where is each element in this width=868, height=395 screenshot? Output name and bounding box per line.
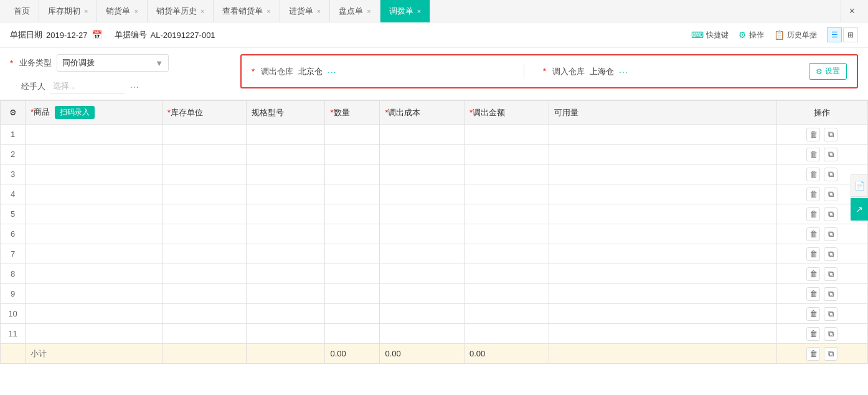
business-type-select[interactable]: 同价调拨 ▼ — [57, 54, 169, 72]
product-cell[interactable] — [26, 324, 163, 344]
copy-button[interactable]: ⧉ — [824, 168, 837, 181]
layout-list-button[interactable]: ☰ — [827, 27, 842, 42]
out-warehouse-value[interactable]: 北京仓 — [298, 66, 323, 77]
product-cell[interactable] — [26, 224, 163, 244]
product-cell[interactable] — [26, 304, 163, 324]
available-cell[interactable] — [549, 184, 776, 204]
copy-button[interactable]: ⧉ — [824, 128, 837, 141]
copy-button[interactable]: ⧉ — [824, 148, 837, 161]
available-cell[interactable] — [549, 204, 776, 224]
operation-button[interactable]: ⚙ 操作 — [738, 30, 764, 40]
unit-cell[interactable] — [162, 224, 247, 244]
spec-cell[interactable] — [247, 264, 325, 284]
quantity-cell[interactable] — [325, 284, 380, 304]
tab-sales-order[interactable]: 销货单 × — [97, 0, 147, 22]
quantity-cell[interactable] — [325, 145, 380, 164]
delete-button[interactable]: 🗑 — [806, 327, 820, 341]
delete-button[interactable]: 🗑 — [806, 128, 820, 141]
tab-sales-history[interactable]: 销货单历史 × — [148, 0, 214, 22]
spec-cell[interactable] — [247, 304, 325, 324]
transfer-amount-cell[interactable] — [464, 184, 549, 204]
delete-button[interactable]: 🗑 — [806, 307, 820, 321]
unit-cell[interactable] — [162, 244, 247, 264]
transfer-cost-cell[interactable] — [380, 204, 465, 224]
delete-button[interactable]: 🗑 — [806, 267, 820, 281]
product-cell[interactable] — [26, 204, 163, 224]
spec-cell[interactable] — [247, 164, 325, 184]
spec-cell[interactable] — [247, 184, 325, 204]
copy-button[interactable]: ⧉ — [824, 307, 837, 321]
tab-inventory-count[interactable]: 盘点单 × — [330, 0, 380, 22]
copy-button[interactable]: ⧉ — [824, 287, 837, 301]
spec-cell[interactable] — [247, 284, 325, 304]
transfer-amount-cell[interactable] — [464, 145, 549, 164]
available-cell[interactable] — [549, 145, 776, 164]
delete-button[interactable]: 🗑 — [806, 188, 820, 201]
quantity-cell[interactable] — [325, 184, 380, 204]
tab-inventory-init[interactable]: 库存期初 × — [39, 0, 97, 22]
delete-button[interactable]: 🗑 — [806, 347, 820, 361]
transfer-amount-cell[interactable] — [464, 244, 549, 264]
available-cell[interactable] — [549, 164, 776, 184]
transfer-cost-cell[interactable] — [380, 145, 465, 164]
available-cell[interactable] — [549, 224, 776, 244]
quantity-cell[interactable] — [325, 164, 380, 184]
transfer-cost-cell[interactable] — [380, 284, 465, 304]
transfer-amount-cell[interactable] — [464, 304, 549, 324]
unit-cell[interactable] — [162, 125, 247, 145]
available-cell[interactable] — [549, 244, 776, 264]
transfer-amount-cell[interactable] — [464, 204, 549, 224]
close-icon[interactable]: × — [200, 7, 204, 15]
product-cell[interactable] — [26, 264, 163, 284]
transfer-cost-cell[interactable] — [380, 224, 465, 244]
close-icon[interactable]: × — [84, 7, 88, 15]
unit-cell[interactable] — [162, 304, 247, 324]
transfer-cost-cell[interactable] — [380, 304, 465, 324]
spec-cell[interactable] — [247, 324, 325, 344]
tab-transfer[interactable]: 调拨单 × — [380, 0, 430, 22]
spec-cell[interactable] — [247, 125, 325, 145]
handler-input[interactable]: 选择... — [50, 79, 125, 93]
transfer-cost-cell[interactable] — [380, 324, 465, 344]
warehouse-settings-button[interactable]: ⚙ 设置 — [809, 63, 847, 80]
transfer-amount-cell[interactable] — [464, 125, 549, 145]
available-cell[interactable] — [549, 304, 776, 324]
layout-grid-button[interactable]: ⊞ — [843, 27, 858, 42]
shortcut-button[interactable]: ⌨ 快捷键 — [691, 30, 729, 40]
close-icon[interactable]: × — [367, 7, 370, 15]
tab-purchase-order[interactable]: 进货单 × — [280, 0, 330, 22]
copy-button[interactable]: ⧉ — [824, 247, 837, 261]
unit-cell[interactable] — [162, 184, 247, 204]
spec-cell[interactable] — [247, 224, 325, 244]
unit-cell[interactable] — [162, 204, 247, 224]
unit-cell[interactable] — [162, 324, 247, 344]
delete-button[interactable]: 🗑 — [806, 207, 820, 221]
transfer-amount-cell[interactable] — [464, 284, 549, 304]
side-export-button[interactable]: ↗ — [851, 198, 868, 221]
available-cell[interactable] — [549, 284, 776, 304]
delete-button[interactable]: 🗑 — [806, 247, 820, 261]
spec-cell[interactable] — [247, 244, 325, 264]
unit-cell[interactable] — [162, 264, 247, 284]
copy-button[interactable]: ⧉ — [824, 207, 837, 221]
spec-cell[interactable] — [247, 204, 325, 224]
transfer-cost-cell[interactable] — [380, 164, 465, 184]
side-document-button[interactable]: 📄 — [851, 174, 868, 197]
calendar-icon[interactable]: 📅 — [92, 30, 102, 40]
quantity-cell[interactable] — [325, 324, 380, 344]
quantity-cell[interactable] — [325, 224, 380, 244]
available-cell[interactable] — [549, 324, 776, 344]
copy-button[interactable]: ⧉ — [824, 227, 837, 241]
transfer-cost-cell[interactable] — [380, 244, 465, 264]
unit-cell[interactable] — [162, 145, 247, 164]
transfer-amount-cell[interactable] — [464, 324, 549, 344]
product-cell[interactable] — [26, 244, 163, 264]
delete-button[interactable]: 🗑 — [806, 148, 820, 161]
quantity-cell[interactable] — [325, 264, 380, 284]
scan-button[interactable]: 扫码录入 — [55, 106, 95, 119]
quantity-cell[interactable] — [325, 304, 380, 324]
delete-button[interactable]: 🗑 — [806, 227, 820, 241]
transfer-amount-cell[interactable] — [464, 264, 549, 284]
th-settings[interactable]: ⚙ — [1, 101, 26, 125]
close-window-button[interactable]: × — [841, 0, 863, 22]
